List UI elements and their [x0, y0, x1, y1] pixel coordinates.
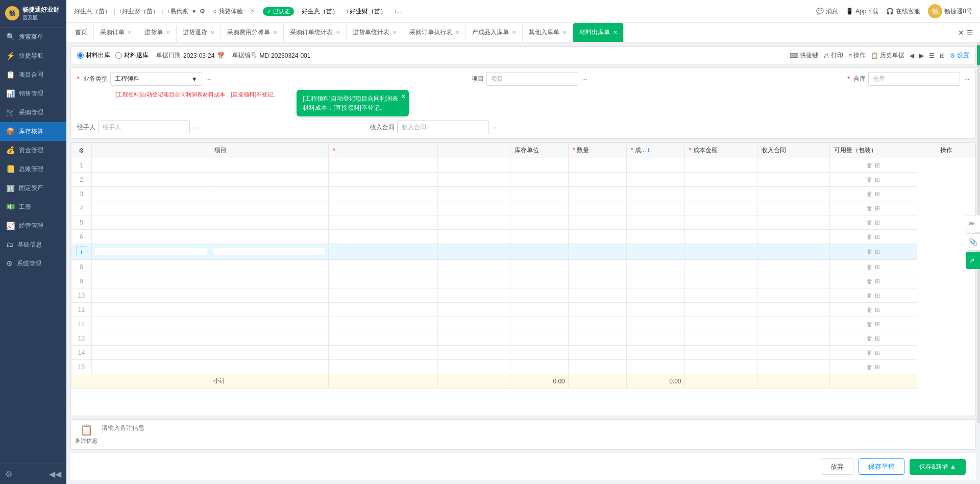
tab-purchase-order[interactable]: 采购订单 ✕: [94, 23, 138, 42]
right-nav-2[interactable]: +好业财（苗）: [346, 7, 386, 16]
tab-other-in[interactable]: 其他入库单 ✕: [523, 23, 573, 42]
list-view-icon[interactable]: ☰: [929, 52, 935, 59]
copy-row-icon[interactable]: ⊞: [875, 306, 880, 313]
warehouse-more-icon[interactable]: ···: [964, 76, 969, 83]
tab-material-out[interactable]: 材料出库单 ✕: [573, 23, 624, 42]
copy-row-icon[interactable]: ⊞: [875, 162, 880, 169]
delete-row-icon[interactable]: 🗑: [867, 190, 873, 198]
tab-inbound[interactable]: 进货单 ✕: [138, 23, 177, 42]
top-nav-item-1[interactable]: 好生意（苗）: [74, 7, 111, 16]
copy-row-icon[interactable]: ⊞: [875, 205, 880, 212]
copy-row-icon[interactable]: ⊞: [875, 248, 880, 255]
business-type-select[interactable]: 工程领料 ▼: [110, 72, 202, 86]
print-btn[interactable]: 🖨 打印: [823, 51, 843, 60]
save-draft-button[interactable]: 保存草稿: [859, 458, 904, 475]
delete-row-icon[interactable]: 🗑: [867, 248, 873, 255]
next-record-icon[interactable]: ▶: [919, 52, 924, 59]
sidebar-item-ledger[interactable]: 📒 总账管理: [0, 160, 66, 179]
right-panel-attach-icon[interactable]: 📎: [966, 233, 980, 251]
add-row-btn[interactable]: +: [76, 246, 87, 257]
sidebar-item-project[interactable]: 📋 项目合同: [0, 65, 66, 84]
tab-purchase-exec[interactable]: 采购订单执行表 ✕: [403, 23, 466, 42]
user-profile-btn[interactable]: 畅 畅捷通8号: [928, 4, 972, 18]
income-contract-more-icon[interactable]: ···: [493, 124, 498, 131]
sidebar-item-salary[interactable]: 💵 工资: [0, 198, 66, 216]
copy-row-icon[interactable]: ⊞: [875, 335, 880, 342]
tab-close-icon[interactable]: ✕: [273, 30, 277, 35]
copy-row-icon[interactable]: ⊞: [875, 176, 880, 183]
delete-row-icon[interactable]: 🗑: [867, 292, 873, 299]
sidebar-item-purchase[interactable]: 🛒 采购管理: [0, 103, 66, 122]
copy-row-icon[interactable]: ⊞: [875, 263, 880, 271]
sidebar-item-system[interactable]: ⚙ 系统管理: [0, 254, 66, 273]
sidebar-item-sales[interactable]: 📊 销售管理: [0, 84, 66, 103]
right-nav-more[interactable]: +...: [394, 8, 403, 15]
row-input[interactable]: [213, 248, 325, 255]
top-nav-dropdown-icon[interactable]: ▼: [191, 9, 197, 14]
income-contract-select[interactable]: 收入合同: [397, 120, 489, 134]
tooltip-close-icon[interactable]: ✕: [401, 92, 406, 101]
tab-close-icon[interactable]: ✕: [336, 30, 340, 35]
top-settings-icon[interactable]: ⚙: [200, 8, 205, 15]
sidebar-item-inventory[interactable]: 📦 库存核算: [0, 122, 66, 141]
tab-close-icon[interactable]: ✕: [128, 30, 132, 35]
right-panel-edit-icon[interactable]: ✏: [966, 215, 980, 232]
delete-row-icon[interactable]: 🗑: [867, 335, 873, 342]
handler-more-icon[interactable]: ···: [194, 124, 199, 131]
settings-btn[interactable]: ⚙ 设置: [950, 51, 969, 60]
tab-purchase-stat[interactable]: 采购订单统计表 ✕: [284, 23, 347, 42]
top-nav-item-2[interactable]: +好业财（苗）: [118, 7, 159, 16]
app-download-btn[interactable]: 📱 App下载: [846, 7, 878, 16]
radio-material-out[interactable]: 材料出库: [77, 51, 110, 60]
copy-row-icon[interactable]: ⊞: [875, 349, 880, 356]
right-nav-1[interactable]: 好生意（苗）: [302, 7, 338, 16]
calendar-icon[interactable]: 📅: [217, 52, 225, 59]
notes-input[interactable]: [102, 424, 971, 438]
delete-row-icon[interactable]: 🗑: [867, 278, 873, 285]
grid-view-icon[interactable]: ⊞: [940, 52, 945, 59]
tab-menu-icon[interactable]: ☰: [967, 29, 973, 37]
delete-row-icon[interactable]: 🗑: [867, 162, 873, 169]
date-value[interactable]: 2023-03-24: [183, 52, 214, 59]
sidebar-item-base[interactable]: 🗂 基础信息: [0, 235, 66, 254]
sidebar-item-search[interactable]: 🔍 搜索菜单: [0, 28, 66, 46]
copy-row-icon[interactable]: ⊞: [875, 278, 880, 285]
sidebar-item-assets[interactable]: 🏢 固定资产: [0, 179, 66, 198]
delete-row-icon[interactable]: 🗑: [867, 321, 873, 328]
tab-home[interactable]: 首页: [69, 23, 94, 42]
shortcut-key-btn[interactable]: ⌨ 快捷键: [790, 51, 818, 60]
delete-row-icon[interactable]: 🗑: [867, 306, 873, 313]
tab-inbound-return[interactable]: 进货退货 ✕: [177, 23, 221, 42]
discard-button[interactable]: 放弃: [821, 458, 853, 475]
copy-row-icon[interactable]: ⊞: [875, 321, 880, 328]
tab-inbound-stat[interactable]: 进货单统计表 ✕: [347, 23, 403, 42]
copy-row-icon[interactable]: ⊞: [875, 292, 880, 299]
top-nav-item-3[interactable]: +易代账: [166, 7, 188, 16]
delete-row-icon[interactable]: 🗑: [867, 205, 873, 212]
business-type-more-icon[interactable]: ···: [206, 76, 211, 83]
delete-row-icon[interactable]: 🗑: [867, 263, 873, 271]
save-new-button[interactable]: 保存&新增 ▲: [910, 459, 966, 475]
experience-btn[interactable]: ○ 我要体验一下: [213, 7, 255, 16]
copy-row-icon[interactable]: ⊞: [875, 364, 880, 371]
copy-row-icon[interactable]: ⊞: [875, 233, 880, 240]
handler-select[interactable]: 经手人: [98, 120, 190, 134]
tab-finished-in[interactable]: 产成品入库单 ✕: [466, 23, 523, 42]
table-settings-icon[interactable]: ⚙: [79, 147, 84, 154]
radio-material-return[interactable]: 材料退库: [115, 51, 149, 60]
delete-row-icon[interactable]: 🗑: [867, 233, 873, 240]
col-settings[interactable]: ⚙: [71, 143, 92, 158]
sidebar-item-finance[interactable]: 💰 资金管理: [0, 141, 66, 160]
tab-close-all-icon[interactable]: ✕: [958, 29, 964, 37]
project-select[interactable]: 项目: [486, 72, 578, 86]
tab-close-icon[interactable]: ✕: [210, 30, 214, 35]
history-btn[interactable]: 📋 历史单据: [871, 51, 904, 60]
copy-row-icon[interactable]: ⊞: [875, 190, 880, 198]
tab-close-icon[interactable]: ✕: [455, 30, 459, 35]
delete-row-icon[interactable]: 🗑: [867, 176, 873, 183]
operation-btn[interactable]: ≡ 操作: [848, 51, 866, 60]
tab-close-icon[interactable]: ✕: [512, 30, 516, 35]
tab-close-icon[interactable]: ✕: [562, 30, 567, 35]
tab-purchase-fee[interactable]: 采购费用分摊单 ✕: [221, 23, 284, 42]
customer-service-btn[interactable]: 🎧 在线客服: [886, 7, 920, 16]
